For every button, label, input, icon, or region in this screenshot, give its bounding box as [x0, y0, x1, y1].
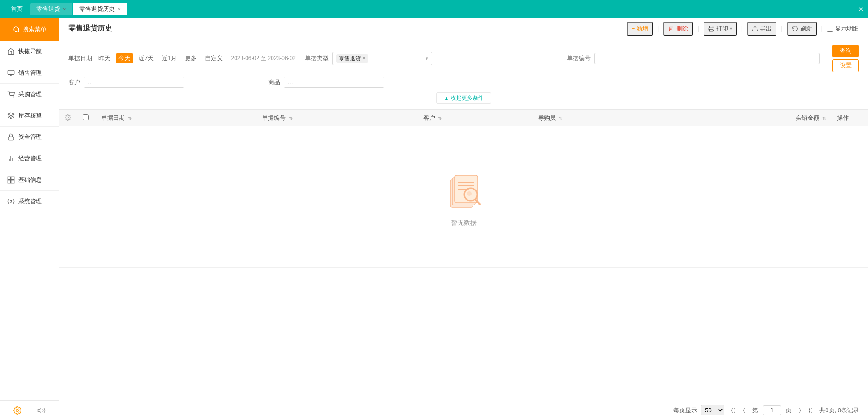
- print-button[interactable]: 打印 ▾: [704, 22, 737, 36]
- show-detail-checkbox-label[interactable]: 显示明细: [827, 25, 859, 33]
- date-opt-1month[interactable]: 近1月: [159, 53, 180, 63]
- doc-type-select[interactable]: 零售退货 × ▾: [332, 52, 432, 65]
- sidebar-search-label: 搜索菜单: [23, 26, 46, 34]
- customer-select[interactable]: ...: [84, 77, 184, 88]
- page-input[interactable]: [763, 405, 781, 415]
- svg-point-16: [16, 410, 19, 412]
- export-icon: [752, 26, 758, 32]
- tab-home[interactable]: 首页: [5, 3, 29, 15]
- top-bar: 首页 零售退货 × 零售退货历史 × ✕: [0, 0, 868, 18]
- last-page-btn[interactable]: ⟩⟩: [806, 406, 816, 415]
- date-range: 2023-06-02 至 2023-06-02: [231, 55, 295, 62]
- sidebar-item-quick-nav-label: 快捷导航: [18, 47, 42, 56]
- sidebar-item-purchase-mgmt[interactable]: 采购管理: [0, 84, 59, 105]
- settings-icon[interactable]: [13, 406, 21, 415]
- per-page-label: 每页显示: [673, 406, 697, 415]
- select-all-checkbox[interactable]: [83, 114, 89, 120]
- per-page-select[interactable]: 10 20 50 100: [701, 405, 724, 415]
- date-filter: 单据日期 昨天 今天 近7天 近1月 更多 自定义 2023-06-02 至 2…: [68, 53, 296, 63]
- sidebar-item-sales-mgmt[interactable]: 销售管理: [0, 62, 59, 84]
- tab-home-label: 首页: [11, 5, 23, 13]
- new-button[interactable]: + 新增: [627, 22, 653, 36]
- th-customer: 客户 ⇅: [418, 110, 533, 126]
- refresh-icon: [792, 26, 798, 32]
- page-total: 共0页, 0条记录: [819, 406, 859, 415]
- empty-state: 暂无数据: [65, 130, 863, 264]
- sidebar-item-basic-info[interactable]: 基础信息: [0, 169, 59, 191]
- th-guide: 导购员 ⇅: [533, 110, 671, 126]
- date-opt-yesterday[interactable]: 昨天: [96, 53, 113, 63]
- table-head: 单据日期 ⇅ 单据编号 ⇅ 客户 ⇅ 导购员 ⇅: [59, 110, 868, 126]
- collapse-row: ▲ 收起更多条件: [68, 92, 859, 104]
- page-suffix: 页: [783, 405, 794, 415]
- th-checkbox: [77, 110, 96, 126]
- sidebar-item-quick-nav[interactable]: 快捷导航: [0, 41, 59, 62]
- sidebar-bottom: [0, 400, 59, 420]
- th-amount: 实销金额 ⇅: [671, 110, 832, 126]
- setting-button[interactable]: 设置: [832, 59, 859, 72]
- sidebar-item-operations[interactable]: 经营管理: [0, 148, 59, 169]
- collapse-label: 收起更多条件: [451, 94, 483, 102]
- sidebar-item-purchase-label: 采购管理: [18, 90, 42, 98]
- tab-retail-return-close[interactable]: ×: [63, 6, 66, 12]
- first-page-btn[interactable]: ⟨⟨: [728, 406, 738, 415]
- sidebar-item-finance[interactable]: 资金管理: [0, 127, 59, 148]
- purchase-icon: [7, 91, 15, 98]
- doc-no-input[interactable]: [594, 53, 820, 64]
- window-close-btn[interactable]: ✕: [858, 6, 863, 13]
- page-title: 零售退货历史: [68, 24, 112, 33]
- collapse-button[interactable]: ▲ 收起更多条件: [436, 92, 491, 104]
- goods-label: 商品: [268, 78, 280, 87]
- print-icon: [708, 26, 714, 32]
- filter-row-1: 单据日期 昨天 今天 近7天 近1月 更多 自定义 2023-06-02 至 2…: [68, 45, 859, 72]
- date-opt-today[interactable]: 今天: [116, 53, 133, 63]
- page-label: 第: [750, 405, 761, 415]
- sort-guide[interactable]: ⇅: [559, 116, 562, 121]
- table-container: 单据日期 ⇅ 单据编号 ⇅ 客户 ⇅ 导购员 ⇅: [59, 110, 868, 420]
- goods-placeholder: ...: [288, 79, 293, 86]
- sound-icon[interactable]: [37, 406, 46, 415]
- gear-icon[interactable]: [65, 114, 71, 121]
- delete-button[interactable]: 删除: [663, 22, 693, 36]
- goods-filter: 商品 ...: [268, 77, 459, 88]
- query-button[interactable]: 查询: [832, 45, 859, 57]
- sidebar-item-finance-label: 资金管理: [18, 133, 42, 141]
- sidebar-item-inventory-label: 库存核算: [18, 112, 42, 120]
- doc-type-tag-remove[interactable]: ×: [362, 55, 365, 61]
- page-nav: ⟨⟨ ⟨ 第 页 ⟩ ⟩⟩: [728, 405, 816, 415]
- date-opt-custom[interactable]: 自定义: [202, 53, 226, 63]
- sort-customer[interactable]: ⇅: [438, 116, 442, 121]
- main-layout: 搜索菜单 快捷导航 销售管理 采购管理 库存核算: [0, 18, 868, 420]
- filter-area: 单据日期 昨天 今天 近7天 近1月 更多 自定义 2023-06-02 至 2…: [59, 39, 868, 110]
- basic-icon: [7, 176, 15, 184]
- customer-label: 客户: [68, 78, 80, 87]
- date-opt-more[interactable]: 更多: [182, 53, 200, 63]
- prev-page-btn[interactable]: ⟨: [740, 406, 748, 415]
- sidebar-item-system-mgmt[interactable]: 系统管理: [0, 191, 59, 212]
- sidebar-search[interactable]: 搜索菜单: [0, 18, 59, 41]
- tab-retail-return[interactable]: 零售退货 ×: [30, 3, 72, 15]
- sort-doc-date[interactable]: ⇅: [128, 116, 132, 121]
- tab-retail-return-history-close[interactable]: ×: [118, 6, 120, 12]
- th-doc-date: 单据日期 ⇅: [96, 110, 257, 126]
- date-label: 单据日期: [68, 54, 92, 62]
- tab-retail-return-label: 零售退货: [36, 5, 60, 13]
- date-opt-7days[interactable]: 近7天: [136, 53, 156, 63]
- tab-retail-return-history-label: 零售退货历史: [79, 5, 115, 13]
- export-button[interactable]: 导出: [747, 22, 776, 36]
- sidebar-item-operations-label: 经营管理: [18, 154, 42, 163]
- next-page-btn[interactable]: ⟩: [796, 406, 804, 415]
- collapse-icon: ▲: [444, 95, 449, 102]
- doc-type-chevron: ▾: [426, 56, 428, 61]
- show-detail-checkbox[interactable]: [827, 26, 833, 32]
- sort-doc-no[interactable]: ⇅: [289, 116, 293, 121]
- sort-amount[interactable]: ⇅: [822, 116, 826, 121]
- goods-select[interactable]: ...: [284, 77, 384, 88]
- tab-retail-return-history[interactable]: 零售退货历史 ×: [73, 3, 127, 15]
- svg-point-0: [14, 27, 19, 32]
- sidebar: 搜索菜单 快捷导航 销售管理 采购管理 库存核算: [0, 18, 59, 420]
- data-table: 单据日期 ⇅ 单据编号 ⇅ 客户 ⇅ 导购员 ⇅: [59, 110, 868, 268]
- refresh-button[interactable]: 刷新: [787, 22, 817, 36]
- customer-filter: 客户 ...: [68, 77, 259, 88]
- sidebar-item-inventory[interactable]: 库存核算: [0, 105, 59, 127]
